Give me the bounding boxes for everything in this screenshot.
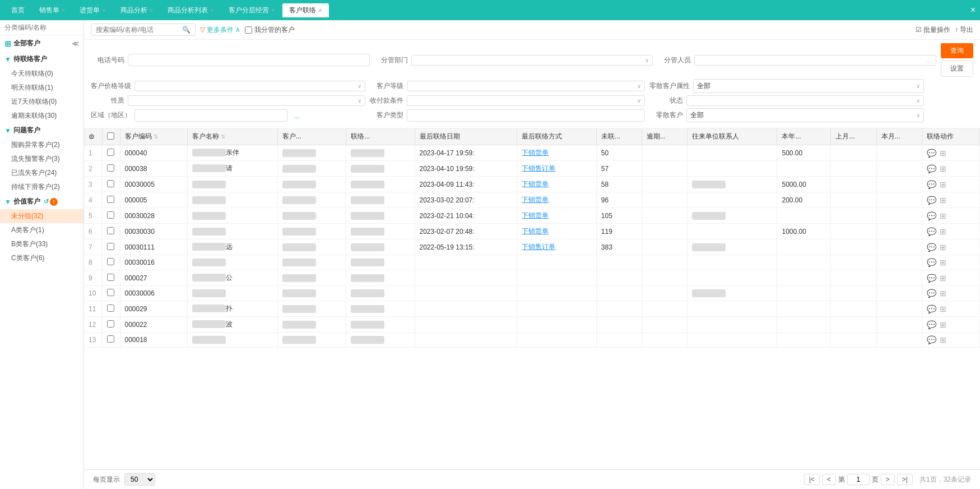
close-customer-tier-tab-icon[interactable]: × [271, 7, 275, 13]
person-select[interactable]: … [694, 55, 936, 66]
area-ellipsis-icon[interactable]: … [291, 111, 303, 120]
tab-customer-contact[interactable]: 客户联络 × [282, 3, 328, 17]
more-actions-icon[interactable]: ⊞ [940, 196, 946, 205]
payment-select[interactable]: ∨ [407, 95, 644, 106]
checkbox-cell[interactable] [102, 286, 120, 301]
more-actions-icon[interactable]: ⊞ [940, 289, 946, 298]
row-checkbox[interactable] [107, 164, 114, 172]
last-contact-method[interactable]: 下销货单 [522, 211, 549, 219]
sidebar-item-churn-warning[interactable]: 流失预警客户(3) [0, 152, 83, 166]
chat-icon[interactable]: 💬 [927, 274, 936, 283]
price-level-select[interactable]: ∨ [134, 81, 365, 91]
close-product-list-tab-icon[interactable]: × [210, 7, 213, 13]
more-actions-icon[interactable]: ⊞ [940, 227, 946, 236]
area-input[interactable] [134, 109, 287, 122]
more-actions-icon[interactable]: ⊞ [940, 149, 946, 158]
row-checkbox[interactable] [107, 211, 114, 219]
sidebar-item-overdue-pending[interactable]: 逾期未联络(30) [0, 109, 83, 123]
checkbox-cell[interactable] [102, 270, 120, 286]
checkbox-cell[interactable] [102, 239, 120, 255]
nature-select[interactable]: ∨ [128, 95, 365, 106]
select-all-checkbox[interactable] [107, 132, 114, 140]
more-actions-icon[interactable]: ⊞ [940, 180, 946, 189]
search-icon[interactable]: 🔍 [182, 26, 191, 34]
phone-input[interactable] [128, 54, 370, 66]
chat-icon[interactable]: 💬 [927, 305, 936, 313]
close-purchase-tab-icon[interactable]: × [102, 7, 105, 13]
all-customers-header[interactable]: ⊞ 全部客户 ≪ [0, 35, 83, 52]
method-cell[interactable]: 下销货单 [517, 192, 596, 208]
chat-icon[interactable]: 💬 [927, 289, 936, 298]
chat-icon[interactable]: 💬 [927, 180, 936, 189]
last-contact-method[interactable]: 下销售订单 [522, 243, 555, 251]
page-size-select[interactable]: 50 100 200 [124, 473, 155, 486]
chat-icon[interactable]: 💬 [927, 196, 936, 205]
next-page-btn[interactable]: > [881, 474, 895, 485]
export-btn[interactable]: ↑ 导出 [955, 25, 973, 35]
more-actions-icon[interactable]: ⊞ [940, 305, 946, 313]
search-input[interactable] [96, 26, 180, 34]
checkbox-cell[interactable] [102, 333, 120, 348]
more-actions-icon[interactable]: ⊞ [940, 335, 946, 344]
tab-customer-tier[interactable]: 客户分层经营 × [222, 3, 281, 17]
close-customer-contact-tab-icon[interactable]: × [318, 7, 322, 13]
my-customers-checkbox[interactable] [245, 26, 252, 34]
row-checkbox[interactable] [107, 274, 114, 281]
first-page-btn[interactable]: |< [804, 474, 820, 485]
reset-button[interactable]: 设置 [941, 61, 973, 77]
chat-icon[interactable]: 💬 [927, 258, 936, 267]
row-checkbox[interactable] [107, 149, 114, 156]
more-actions-icon[interactable]: ⊞ [940, 164, 946, 173]
my-customers-checkbox-container[interactable]: 我分管的客户 [245, 25, 295, 35]
method-cell[interactable]: 下销货单 [517, 208, 596, 224]
chat-icon[interactable]: 💬 [927, 227, 936, 236]
checkbox-cell[interactable] [102, 301, 120, 317]
checkbox-cell[interactable] [102, 177, 120, 192]
page-input[interactable] [847, 474, 870, 485]
more-actions-icon[interactable]: ⊞ [940, 243, 946, 252]
refresh-icon[interactable]: ↺ [44, 198, 49, 206]
customer-level-select[interactable]: ∨ [407, 81, 644, 91]
problem-customers-group[interactable]: ▼ 问题客户 [0, 123, 83, 138]
sidebar-item-class-b[interactable]: B类客户(33) [0, 237, 83, 251]
sidebar-item-abnormal-hoarding[interactable]: 囤购异常客户(2) [0, 138, 83, 152]
retail-customer-select[interactable]: 全部 ∨ [686, 108, 924, 122]
batch-ops-btn[interactable]: ☑ 批量操作 [916, 25, 950, 35]
method-cell[interactable]: 下销货单 [517, 177, 596, 192]
chat-icon[interactable]: 💬 [927, 243, 936, 252]
checkbox-cell[interactable] [102, 317, 120, 333]
checkbox-cell[interactable] [102, 192, 120, 208]
sidebar-item-tomorrow-pending[interactable]: 明天待联络(1) [0, 81, 83, 95]
last-contact-method[interactable]: 下销货单 [522, 196, 549, 204]
last-contact-method[interactable]: 下销货单 [522, 227, 549, 235]
value-customers-group[interactable]: ▼ 价值客户 ↺ ! [0, 194, 83, 209]
tab-home[interactable]: 首页 [4, 3, 31, 17]
sidebar-collapse-icon[interactable]: ≪ [72, 40, 79, 48]
close-sales-tab-icon[interactable]: × [62, 7, 65, 13]
chat-icon[interactable]: 💬 [927, 164, 936, 173]
sidebar-item-declining[interactable]: 持续下滑客户(2) [0, 180, 83, 194]
last-page-btn[interactable]: >| [897, 474, 913, 485]
tab-product-analysis[interactable]: 商品分析 × [114, 3, 160, 17]
more-actions-icon[interactable]: ⊞ [940, 258, 946, 267]
method-cell[interactable]: 下销售订单 [517, 161, 596, 177]
checkbox-cell[interactable] [102, 255, 120, 270]
chat-icon[interactable]: 💬 [927, 211, 936, 220]
query-button[interactable]: 查询 [941, 43, 973, 58]
last-contact-method[interactable]: 下销货单 [522, 149, 549, 156]
chat-icon[interactable]: 💬 [927, 335, 936, 344]
row-checkbox[interactable] [107, 227, 114, 234]
last-contact-method[interactable]: 下销货单 [522, 180, 549, 188]
dept-select[interactable]: ∨ [411, 55, 653, 66]
gear-icon[interactable]: ⚙ [89, 133, 95, 141]
sidebar-item-churned[interactable]: 已流失客户(24) [0, 166, 83, 180]
tab-sales[interactable]: 销售单 × [32, 3, 72, 17]
tab-product-analysis-list[interactable]: 商品分析列表 × [161, 3, 220, 17]
retail-attr-select[interactable]: 全部 ∨ [693, 79, 924, 93]
checkbox-cell[interactable] [102, 145, 120, 161]
row-checkbox[interactable] [107, 243, 114, 250]
checkbox-cell[interactable] [102, 208, 120, 224]
tab-purchase[interactable]: 进货单 × [73, 3, 112, 17]
more-actions-icon[interactable]: ⊞ [940, 320, 946, 329]
chat-icon[interactable]: 💬 [927, 320, 936, 329]
